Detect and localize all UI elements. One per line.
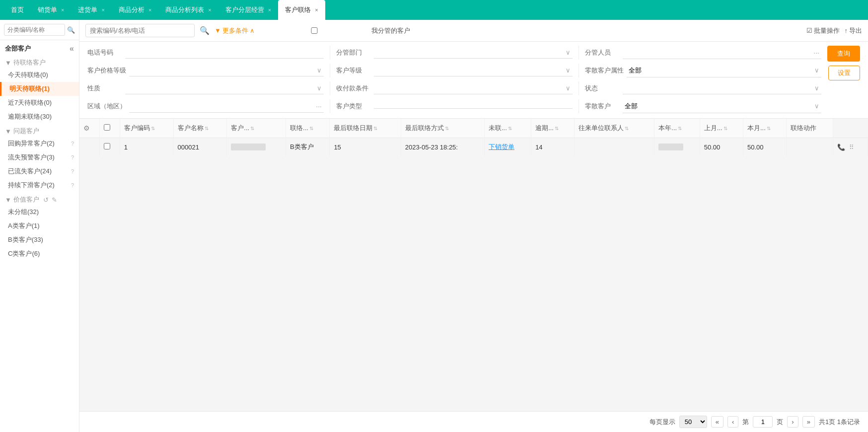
sort-date-icon[interactable]: ⇅ — [373, 126, 377, 131]
row-checkbox-input[interactable] — [104, 143, 110, 149]
action-phone-icon[interactable]: 📞 — [837, 144, 845, 151]
price-level-select[interactable]: ∨ — [129, 65, 324, 76]
my-customers-checkbox[interactable] — [260, 27, 369, 34]
retail-customer-select[interactable]: 全部 ∨ — [623, 100, 821, 113]
search-input[interactable] — [85, 24, 195, 37]
sidebar-search-input[interactable] — [4, 24, 65, 36]
payment-select[interactable]: ∨ — [374, 82, 573, 94]
nav-item-analysis-list[interactable]: 商品分析列表 × — [158, 0, 218, 20]
customer-type-label: 客户类型 — [336, 102, 371, 111]
sort-type-icon[interactable]: ⇅ — [250, 126, 254, 131]
sidebar-item-today-pending[interactable]: 今天待联络(0) — [0, 68, 79, 82]
export-button[interactable]: ↑ 导出 — [845, 26, 863, 35]
sort-no-contact-icon[interactable]: ⇅ — [508, 126, 512, 131]
page-label: 第 — [742, 418, 749, 427]
filter-bar: 🔍 ▼ 更多条件 ∧ 我分管的客户 ☑ 批量操作 ↑ 导出 — [79, 20, 868, 42]
sidebar-item-b-class[interactable]: B类客户(33) — [0, 233, 79, 247]
nature-select[interactable]: ∨ — [125, 82, 324, 94]
query-set-group: 查询 设置 — [827, 46, 860, 80]
sidebar-item-c-class[interactable]: C类客户(6) — [0, 247, 79, 261]
sort-code-icon[interactable]: ⇅ — [151, 126, 155, 131]
nav-item-purchase[interactable]: 进货单 × — [71, 0, 111, 20]
dept-select[interactable]: ∨ — [374, 47, 573, 59]
phone-label: 电话号码 — [87, 48, 122, 57]
triangle-icon: ▼ — [5, 59, 11, 67]
region-select[interactable]: ··· — [129, 100, 324, 113]
nav-item-home[interactable]: 首页 — [4, 0, 31, 20]
sidebar-item-7days-pending[interactable]: 近7天待联络(0) — [0, 96, 79, 110]
sort-contact-count-icon[interactable]: ⇅ — [309, 126, 313, 131]
help-churn-warning-icon[interactable]: ? — [71, 154, 74, 160]
sort-name-icon[interactable]: ⇅ — [205, 126, 209, 131]
sidebar-item-ungrouped[interactable]: 未分组(32) — [0, 205, 79, 219]
select-all-checkbox[interactable] — [104, 124, 110, 131]
first-page-button[interactable]: « — [711, 416, 723, 428]
close-purchase-icon[interactable]: × — [101, 7, 104, 13]
help-abnormal-icon[interactable]: ? — [71, 141, 74, 146]
set-button[interactable]: 设置 — [828, 66, 860, 80]
sort-this-year-icon[interactable]: ⇅ — [678, 126, 682, 131]
sidebar-search-icon[interactable]: 🔍 — [67, 26, 75, 34]
nav-item-customer-contact[interactable]: 客户联络 × — [278, 0, 325, 20]
sort-method-icon[interactable]: ⇅ — [445, 126, 449, 131]
help-churned-icon[interactable]: ? — [71, 168, 74, 174]
person-select[interactable]: ··· — [623, 47, 821, 59]
sidebar-collapse-icon[interactable]: « — [70, 44, 74, 53]
next-page-button[interactable]: › — [787, 416, 798, 428]
sort-this-month-icon[interactable]: ⇅ — [767, 126, 771, 131]
close-customer-segment-icon[interactable]: × — [268, 7, 271, 13]
sidebar-item-a-class[interactable]: A类客户(1) — [0, 219, 79, 233]
close-analysis-list-icon[interactable]: × — [208, 7, 211, 13]
close-sales-icon[interactable]: × — [61, 7, 64, 13]
sidebar-item-overdue-contact[interactable]: 逾期未联络(30) — [0, 110, 79, 124]
batch-operation-button[interactable]: ☑ 批量操作 — [806, 26, 840, 35]
row-name: Ea — [227, 138, 286, 156]
sidebar-item-declining[interactable]: 持续下滑客户(2) ? — [0, 178, 79, 192]
col-settings: ⚙ — [79, 119, 99, 138]
status-select[interactable]: ∨ — [623, 82, 821, 94]
settings-gear-icon[interactable]: ⚙ — [83, 124, 90, 132]
col-name: 客户名称⇅ — [173, 119, 227, 138]
more-conditions-button[interactable]: ▼ 更多条件 ∧ — [215, 26, 255, 35]
triangle-problem-icon: ▼ — [5, 128, 11, 135]
phone-input[interactable] — [125, 47, 324, 59]
sidebar-item-tomorrow-pending[interactable]: 明天待联络(1) — [0, 82, 79, 96]
person-dots-icon[interactable]: ··· — [813, 49, 819, 57]
last-page-button[interactable]: » — [802, 416, 815, 428]
col-this-year: 本年...⇅ — [654, 119, 700, 138]
sidebar-group-pending: ▼ 待联络客户 — [0, 55, 79, 68]
customer-level-select[interactable]: ∨ — [374, 65, 573, 76]
page-size-select[interactable]: 50 100 200 — [679, 416, 707, 428]
close-analysis-icon[interactable]: × — [148, 7, 151, 13]
row-settings — [79, 138, 99, 156]
sidebar-item-churn-warning[interactable]: 流失预警客户(3) ? — [0, 150, 79, 164]
sort-last-month-icon[interactable]: ⇅ — [723, 126, 727, 131]
dept-chevron-icon: ∨ — [566, 49, 571, 56]
prev-page-button[interactable]: ‹ — [727, 416, 738, 428]
sort-person-icon[interactable]: ⇅ — [625, 126, 629, 131]
refresh-value-icon[interactable]: ↺ — [43, 196, 49, 204]
sidebar-item-abnormal-repurchase[interactable]: 回购异常客户(2) ? — [0, 137, 79, 150]
region-dots-icon[interactable]: ··· — [316, 102, 322, 110]
query-button[interactable]: 查询 — [827, 46, 860, 62]
nav-item-sales[interactable]: 销货单 × — [31, 0, 71, 20]
row-action: 📞 ⠿ — [833, 138, 868, 156]
close-customer-contact-icon[interactable]: × — [315, 7, 318, 13]
col-contact-count: 联络...⇅ — [286, 119, 330, 138]
nav-item-customer-segment[interactable]: 客户分层经营 × — [218, 0, 278, 20]
edit-value-icon[interactable]: ✎ — [52, 196, 57, 204]
retail-customer-label: 零散客户 — [585, 102, 620, 111]
col-action: 联络动作 — [787, 119, 833, 138]
action-more-icon[interactable]: ⠿ — [849, 144, 854, 151]
help-declining-icon[interactable]: ? — [71, 182, 74, 188]
sort-overdue-icon[interactable]: ⇅ — [555, 126, 559, 131]
contact-method-link[interactable]: 下销货单 — [489, 143, 514, 150]
sidebar-item-churned[interactable]: 已流失客户(24) ? — [0, 164, 79, 178]
page-input[interactable] — [753, 416, 773, 428]
customer-type-select[interactable] — [374, 104, 573, 109]
filter-search-icon[interactable]: 🔍 — [200, 26, 210, 35]
retail-attr-select[interactable]: 全部 ∨ — [627, 64, 821, 77]
row-index: 1 — [120, 138, 173, 156]
nav-item-analysis[interactable]: 商品分析 × — [112, 0, 158, 20]
my-customers-checkbox-label[interactable]: 我分管的客户 — [260, 26, 410, 35]
